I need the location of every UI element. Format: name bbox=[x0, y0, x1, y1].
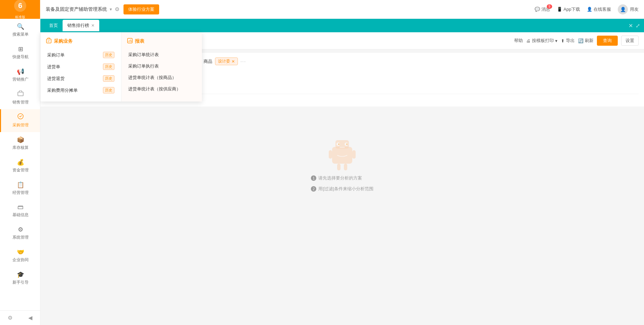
finance-icon: 💰 bbox=[17, 159, 24, 166]
dropdown-item-return[interactable]: 进货退货 历史 bbox=[46, 73, 116, 84]
tab-sales-rank-label: 销售排行榜 bbox=[67, 23, 89, 29]
phone-icon: 📱 bbox=[557, 7, 562, 12]
sidebar-item-label: 资金管理 bbox=[12, 167, 29, 173]
collapse-icon[interactable]: ◀ bbox=[28, 315, 32, 321]
sidebar-item-label: 经营管理 bbox=[12, 190, 29, 196]
marketing-icon: 📢 bbox=[17, 68, 24, 75]
user-name: 用友 bbox=[630, 6, 639, 12]
tab-sales-rank[interactable]: 销售排行榜 ✕ bbox=[63, 20, 99, 31]
sidebar-item-label: 销售管理 bbox=[12, 99, 29, 105]
dropdown-item-report4[interactable]: 进货单统计表（按供应商） bbox=[127, 83, 197, 95]
notification-badge: 9 bbox=[547, 4, 552, 9]
dropdown-item-expense[interactable]: 采购费用分摊单 历史 bbox=[46, 84, 116, 96]
dropdown-menu: 采购业务 采购订单 历史 进货单 历史 进货退货 历史 采购费用分摊单 历史 bbox=[40, 32, 202, 101]
sidebar-item-label: 新手引导 bbox=[12, 280, 29, 285]
purchase-col-icon bbox=[46, 38, 52, 45]
app-download[interactable]: 📱 App下载 bbox=[557, 6, 580, 12]
expense-history-badge: 历史 bbox=[103, 87, 114, 93]
tab-bar-expand-icon[interactable]: ⤢ bbox=[636, 23, 640, 29]
sidebar-logo: 6 标准版 bbox=[0, 0, 40, 19]
industry-solution-button[interactable]: 体验行业方案 bbox=[123, 4, 159, 14]
svg-rect-15 bbox=[46, 39, 51, 43]
sidebar-item-sales[interactable]: 销售管理 bbox=[0, 86, 40, 109]
header-title: 装备及固定资产辅助管理系统 bbox=[46, 6, 107, 12]
sales-icon bbox=[17, 90, 24, 98]
dropdown-overlay: 采购业务 采购订单 历史 进货单 历史 进货退货 历史 采购费用分摊单 历史 bbox=[40, 32, 644, 325]
report1-label: 采购订单统计表 bbox=[128, 52, 195, 58]
header-gear-icon[interactable]: ⚙ bbox=[115, 6, 119, 12]
header-right: 💬 消息 9 📱 App下载 👤 在线客服 👤 用友 bbox=[535, 4, 639, 14]
sidebar-item-purchase[interactable]: 采购管理 bbox=[0, 109, 40, 132]
dropdown-col1-title-text: 采购业务 bbox=[54, 38, 73, 44]
tab-home-label: 首页 bbox=[49, 23, 58, 29]
sidebar-item-label: 搜索菜单 bbox=[12, 32, 29, 37]
purchase-icon bbox=[17, 113, 24, 121]
sidebar-item-system[interactable]: ⚙ 系统管理 bbox=[0, 222, 40, 244]
dropdown-col-report: 报表 采购订单统计表 采购订单执行表 进货单统计表（按商品） 进货单统计表（按供… bbox=[121, 32, 202, 101]
dropdown-item-inbound[interactable]: 进货单 历史 bbox=[46, 61, 116, 73]
avatar: 👤 bbox=[618, 4, 628, 14]
expense-label: 采购费用分摊单 bbox=[47, 87, 100, 93]
search-icon: 🔍 bbox=[17, 23, 24, 30]
sidebar-item-label: 库存核算 bbox=[12, 145, 29, 151]
sidebar-item-label: 基础信息 bbox=[12, 212, 29, 218]
dropdown-col1-title: 采购业务 bbox=[46, 38, 116, 45]
dropdown-item-purchase-order[interactable]: 采购订单 历史 bbox=[46, 49, 116, 61]
notification-bell[interactable]: 💬 消息 9 bbox=[535, 6, 550, 12]
app-download-label: App下载 bbox=[564, 6, 580, 12]
tab-bar-close-icon[interactable]: ✕ bbox=[629, 23, 633, 29]
system-icon: ⚙ bbox=[18, 226, 23, 233]
tab-home[interactable]: 首页 bbox=[44, 20, 63, 31]
message-icon: 💬 bbox=[535, 7, 540, 12]
sidebar-item-finance[interactable]: 💰 资金管理 bbox=[0, 155, 40, 177]
sidebar-item-label: 采购管理 bbox=[12, 122, 29, 128]
svg-text:6: 6 bbox=[18, 1, 22, 10]
sidebar-item-label: 企业协同 bbox=[12, 257, 29, 263]
dropdown-col2-title: 报表 bbox=[127, 38, 197, 45]
online-service[interactable]: 👤 在线客服 bbox=[587, 6, 611, 12]
dropdown-item-report1[interactable]: 采购订单统计表 bbox=[127, 49, 197, 60]
sidebar: 6 标准版 🔍 搜索菜单 ⊞ 快捷导航 📢 营销推广 销售管理 采购管理 📦 库… bbox=[0, 0, 40, 325]
quicknav-icon: ⊞ bbox=[18, 45, 23, 53]
dropdown-col-purchase: 采购业务 采购订单 历史 进货单 历史 进货退货 历史 采购费用分摊单 历史 bbox=[40, 32, 121, 101]
purchase-order-history-badge: 历史 bbox=[103, 52, 114, 58]
report4-label: 进货单统计表（按供应商） bbox=[128, 86, 195, 92]
tab-close-icon[interactable]: ✕ bbox=[91, 23, 95, 28]
sidebar-item-quicknav[interactable]: ⊞ 快捷导航 bbox=[0, 41, 40, 64]
sidebar-item-guide[interactable]: 🎓 新手引导 bbox=[0, 267, 40, 289]
sidebar-item-enterprise[interactable]: 🤝 企业协同 bbox=[0, 244, 40, 267]
sidebar-item-marketing[interactable]: 📢 营销推广 bbox=[0, 64, 40, 86]
operations-icon: 📋 bbox=[17, 181, 24, 189]
dropdown-col2-title-text: 报表 bbox=[135, 38, 144, 44]
report-col-icon bbox=[127, 38, 133, 45]
dropdown-item-report2[interactable]: 采购订单执行表 bbox=[127, 60, 197, 72]
inbound-label: 进货单 bbox=[47, 64, 100, 70]
sidebar-item-inventory[interactable]: 📦 库存核算 bbox=[0, 132, 40, 155]
header-chevron-icon[interactable]: ▾ bbox=[110, 7, 112, 12]
service-icon: 👤 bbox=[587, 7, 592, 12]
sidebar-bottom: ⚙ ◀ bbox=[0, 310, 40, 325]
enterprise-icon: 🤝 bbox=[17, 248, 24, 256]
inbound-history-badge: 历史 bbox=[103, 64, 114, 70]
guide-icon: 🎓 bbox=[17, 271, 24, 278]
logo-icon: 6 bbox=[14, 0, 26, 14]
basic-icon: 🗃 bbox=[17, 204, 24, 211]
tab-bar: 首页 销售排行榜 ✕ ✕ ⤢ bbox=[40, 19, 644, 32]
report3-label: 进货单统计表（按商品） bbox=[128, 75, 195, 81]
sidebar-item-basic[interactable]: 🗃 基础信息 bbox=[0, 200, 40, 222]
settings-bottom-icon[interactable]: ⚙ bbox=[8, 315, 12, 321]
return-history-badge: 历史 bbox=[103, 75, 114, 82]
sidebar-item-operations[interactable]: 📋 经营管理 bbox=[0, 177, 40, 200]
report2-label: 采购订单执行表 bbox=[128, 63, 195, 69]
sidebar-item-search[interactable]: 🔍 搜索菜单 bbox=[0, 19, 40, 41]
svg-rect-2 bbox=[18, 92, 23, 96]
sidebar-item-label: 系统管理 bbox=[12, 235, 29, 240]
user-avatar[interactable]: 👤 用友 bbox=[618, 4, 639, 14]
dropdown-item-report3[interactable]: 进货单统计表（按商品） bbox=[127, 72, 197, 83]
sidebar-item-label: 快捷导航 bbox=[12, 54, 29, 60]
header: 装备及固定资产辅助管理系统 ▾ ⚙ 体验行业方案 💬 消息 9 📱 App下载 … bbox=[40, 0, 644, 19]
return-label: 进货退货 bbox=[47, 76, 100, 82]
inventory-icon: 📦 bbox=[17, 136, 24, 144]
sidebar-item-label: 营销推广 bbox=[12, 77, 29, 82]
online-service-label: 在线客服 bbox=[594, 6, 611, 12]
